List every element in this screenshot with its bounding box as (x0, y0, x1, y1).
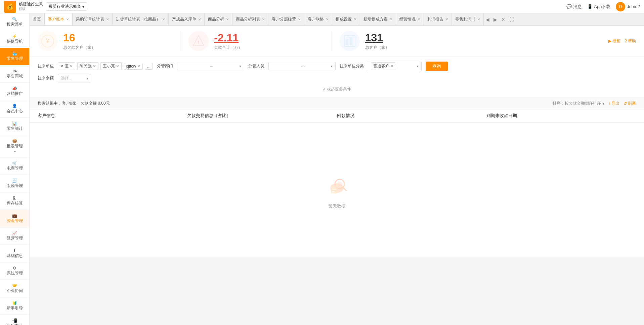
tab-goods-analysis-list-close[interactable]: ✕ (262, 17, 265, 21)
person-select[interactable]: ··· ▾ (268, 62, 336, 70)
tab-add-promotion[interactable]: 新增提成方案 ✕ (360, 13, 396, 25)
sidebar-item-member[interactable]: 👤 会员中心 (0, 100, 29, 118)
tab-goods-analysis[interactable]: 商品分析 ✕ (205, 13, 232, 25)
tab-retail-profit-close[interactable]: ✕ (477, 17, 480, 21)
dept-select[interactable]: ··· ▾ (177, 62, 244, 70)
sidebar-item-purchase[interactable]: 🧾 采购管理 (0, 175, 29, 192)
system-icon: ⚙ (1, 266, 28, 270)
sidebar-item-new-guide[interactable]: 🔰 新手引导 (0, 297, 29, 315)
tab-retail-profit[interactable]: 零售利润（ ✕ (452, 13, 484, 25)
sidebar-item-retail-mgmt[interactable]: 🏪 零售管理 (0, 48, 29, 65)
results-summary: 搜索结果中，客户0家 欠款金额 0.00元 (38, 101, 110, 106)
filter-tags: ✕ 伍 ✕ 陈民强 ✕ 王小亮 ✕ cjttcw (58, 62, 153, 70)
classify-select[interactable]: 普通客户 ✕ ▾ (368, 61, 422, 71)
filter-tag-close-3[interactable]: ✕ (137, 64, 140, 69)
export-btn[interactable]: ↑ 导出 (608, 101, 619, 106)
classify-tag[interactable]: 普通客户 ✕ (371, 62, 396, 70)
filter-tag-1[interactable]: 陈民强 ✕ (77, 62, 98, 70)
filter-tag-0[interactable]: ✕ 伍 ✕ (58, 62, 75, 70)
sidebar-item-wholesale[interactable]: 📦 批发管理▾ (0, 135, 29, 157)
classify-tag-close[interactable]: ✕ (390, 64, 394, 69)
tab-purchase-stats[interactable]: 进货单统计表（按商品） ✕ (113, 13, 169, 25)
tab-customer-contact[interactable]: 客户联络 ✕ (304, 13, 332, 25)
search-menu-item[interactable]: 🔍 搜索菜单 (0, 13, 29, 31)
tab-add-promotion-close[interactable]: ✕ (390, 17, 392, 21)
filter-tag-label-0: 伍 (65, 63, 69, 69)
sidebar-item-marketing[interactable]: 📣 营销推广 (0, 83, 29, 100)
message-btn[interactable]: 💬 消息 (566, 4, 582, 10)
phone-icon: 📱 (587, 4, 593, 9)
table-body: 暂无数据 (30, 123, 644, 257)
sidebar-item-system[interactable]: ⚙ 系统管理 (0, 262, 29, 280)
sidebar-item-retail-mall[interactable]: 🛍 零售商城 (0, 65, 29, 83)
tab-customer-contact-close[interactable]: ✕ (326, 17, 329, 21)
tab-customer-contact-label: 客户联络 (308, 16, 324, 22)
sidebar-item-inventory[interactable]: 🗄 库存核算 (0, 192, 29, 210)
tab-goods-analysis-close[interactable]: ✕ (226, 17, 229, 21)
tab-business-close[interactable]: ✕ (418, 17, 420, 21)
filter-tag-3[interactable]: cjttcw ✕ (124, 63, 143, 70)
tab-purchase-order[interactable]: 采购订单统计表 ✕ (73, 13, 113, 25)
sidebar-item-ops[interactable]: 📈 经营管理 (0, 227, 29, 245)
logo-text: 畅捷通好生意 (19, 2, 43, 7)
sidebar-item-retail-stats[interactable]: 📊 零售统计 (0, 118, 29, 135)
quick-nav-item[interactable]: ⚡ 快捷导航 (0, 31, 29, 48)
tab-expand-btn[interactable]: ⛶ (507, 13, 516, 25)
sidebar-item-label: 新手引导 (1, 305, 28, 311)
table-container: 客户信息 欠款交易信息（占比） 回款情况 到期未收款日期 (30, 109, 644, 257)
stat-divider-2 (331, 31, 332, 51)
tab-reminder[interactable]: 提成设置 ✕ (332, 13, 360, 25)
filter-more-tags[interactable]: ... (145, 63, 153, 70)
help-btn[interactable]: ? 帮助 (625, 38, 636, 44)
tab-production-close[interactable]: ✕ (198, 17, 201, 21)
stat-debt-total-label: 欠款合计（万） (214, 45, 242, 50)
sidebar-item-ecommerce[interactable]: 🛒 电商管理 (0, 157, 29, 175)
tab-goods-analysis-list[interactable]: 商品分析列表 ✕ (232, 13, 268, 25)
tab-production[interactable]: 产成品入库单 ✕ (169, 13, 205, 25)
sidebar: 🔍 搜索菜单 ⚡ 快捷导航 🏪 零售管理 🛍 零售商城 📣 营销推广 👤 会员中… (0, 13, 30, 325)
filter-tag-close-0[interactable]: ✕ (70, 64, 73, 69)
tab-accounts[interactable]: 客户账本 ✕ (45, 13, 73, 25)
stat-debt-total: ! -2.11 欠款合计（万） (188, 31, 323, 51)
account-selector[interactable]: 母婴行业演示账套 ▾ (46, 2, 87, 11)
refresh-label: 刷新 (628, 101, 636, 106)
refresh-btn[interactable]: ↺ 刷新 (624, 101, 636, 106)
sidebar-item-label: 企业协同 (1, 288, 28, 294)
sidebar-item-capital[interactable]: 💼 资金管理 (0, 210, 29, 227)
app-download-btn[interactable]: 📱 App下载 (587, 4, 610, 10)
sidebar-item-app-center[interactable]: 📲 应用中心 (0, 315, 29, 325)
filter-tag-2[interactable]: 王小亮 ✕ (100, 62, 122, 70)
collapse-btn[interactable]: ∧ 收起更多条件 (38, 85, 636, 94)
sidebar-item-label: 会员中心 (1, 108, 28, 114)
video-btn[interactable]: ▶ 视频 (608, 38, 620, 44)
tab-close-all-btn[interactable]: ✕ (499, 13, 507, 25)
tab-home[interactable]: 首页 (30, 13, 45, 25)
tab-purchase-stats-close[interactable]: ✕ (162, 17, 165, 21)
tab-reminder-close[interactable]: ✕ (354, 17, 356, 21)
sidebar-item-basic-info[interactable]: ℹ 基础信息 (0, 245, 29, 262)
tab-profit-report-label: 利润报告 (427, 16, 443, 22)
tab-next-btn[interactable]: ▶ (491, 13, 499, 25)
query-button[interactable]: 查询 (426, 62, 448, 71)
sidebar-item-enterprise-coop[interactable]: 🤝 企业协同 (0, 280, 29, 297)
empty-icon (324, 171, 350, 199)
tab-prev-btn[interactable]: ◀ (484, 13, 491, 25)
stat-divider-1 (180, 31, 180, 51)
tab-accounts-close[interactable]: ✕ (66, 17, 69, 21)
tab-customer-tier-close[interactable]: ✕ (298, 17, 301, 21)
user-menu[interactable]: D demo2 (616, 2, 640, 11)
filter-tag-close-1[interactable]: ✕ (93, 64, 96, 69)
filter-tag-close-2[interactable]: ✕ (116, 64, 119, 69)
balance-select[interactable]: 选择... ▾ (58, 74, 91, 82)
sort-selector[interactable]: 排序：按欠款金额倒序排序 ▾ (553, 101, 604, 106)
sort-label: 排序：按欠款金额倒序排序 (553, 101, 601, 106)
ecommerce-icon: 🛒 (1, 161, 28, 166)
tab-customer-tier[interactable]: 客户分层经营 ✕ (268, 13, 304, 25)
help-icon: ? (625, 39, 627, 43)
results-bar: 搜索结果中，客户0家 欠款金额 0.00元 排序：按欠款金额倒序排序 ▾ ↑ 导… (30, 98, 644, 109)
tab-business[interactable]: 经营情况 ✕ (396, 13, 424, 25)
tab-profit-report[interactable]: 利润报告 ✕ (424, 13, 452, 25)
tab-purchase-order-close[interactable]: ✕ (106, 17, 109, 21)
stat-debt-customers-label: 总欠款客户（家） (63, 45, 95, 50)
tab-profit-report-close[interactable]: ✕ (445, 17, 448, 21)
